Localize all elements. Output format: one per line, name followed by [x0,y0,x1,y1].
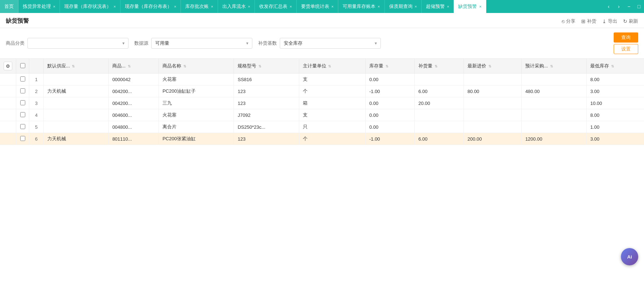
datasource-chevron-icon: ▾ [246,41,248,46]
tab-close-expiry[interactable]: × [415,4,417,9]
col-checkbox-header[interactable] [16,59,29,74]
row-checkbox-cell[interactable] [16,74,29,85]
supplier-sort-icon: ⇅ [72,64,75,68]
row-unit-4: 支 [299,109,365,121]
tab-available[interactable]: 可用量库存账本 × [338,0,384,13]
settings-button[interactable]: 设置 [614,44,638,54]
refresh-button[interactable]: ↻ 刷新 [623,18,638,25]
tab-maximize[interactable]: □ [634,0,644,13]
col-spec-header[interactable]: 规格型号 ⇅ [234,59,299,74]
row-checkbox-5[interactable] [20,124,25,129]
tab-picking[interactable]: 拣货异常处理 × [18,0,60,13]
row-est-purchase-2: 480.00 [522,85,587,97]
data-table: ⚙ 默认供应... ⇅ 商品... ⇅ 商品名称 [0,59,644,145]
tab-batch[interactable]: 库存批次账 × [181,0,218,13]
tab-close-flow[interactable]: × [248,4,250,9]
replenish-base-select-value: 安全库存 [284,40,303,47]
col-replenish-header[interactable]: 补货量 ⇅ [415,59,464,74]
row-checkbox-6[interactable] [20,136,25,141]
col-min-stock-header[interactable]: 最低库存 ⇅ [587,59,644,74]
col-settings-header[interactable]: ⚙ [0,59,16,74]
tab-close-picking[interactable]: × [53,4,55,9]
tab-expiry[interactable]: 保质期查询 × [385,0,422,13]
row-replenish-6: 6.00 [415,133,464,145]
row-settings-cell [0,74,16,85]
row-product-code-2: 004200... [109,85,159,97]
tab-nav-controls: ‹ › − □ [604,0,644,13]
tab-stock-dist[interactable]: 现存量（库存分布表） × [121,0,181,13]
product-code-sort-icon: ⇅ [128,64,131,68]
product-name-sort-icon: ⇅ [183,64,186,68]
row-checkbox-4[interactable] [20,112,25,117]
row-spec-2: 123 [234,85,299,97]
row-settings-cell [0,85,16,97]
tab-close-available[interactable]: × [378,4,380,9]
tab-close-overstock[interactable]: × [447,4,449,9]
replenish-icon: ⊞ [581,18,586,24]
row-min-stock-2: 3.00 [587,85,644,97]
col-est-purchase-header[interactable]: 预计采购... ⇅ [522,59,587,74]
col-stock-header[interactable]: 库存量 ⇅ [365,59,414,74]
category-label: 商品分类 [6,40,25,47]
row-checkbox-2[interactable] [20,88,25,93]
row-est-purchase-1 [522,74,587,85]
row-checkbox-cell[interactable] [16,97,29,109]
replenish-button[interactable]: ⊞ 补货 [581,18,596,25]
tab-close-stock-status[interactable]: × [113,4,116,9]
ai-badge[interactable]: Ai [621,248,638,265]
col-unit-header[interactable]: 主计量单位 ⇅ [299,59,365,74]
column-settings-icon[interactable]: ⚙ [4,62,12,70]
export-button[interactable]: ⤓ 导出 [602,18,617,25]
row-min-stock-6: 3.00 [587,133,644,145]
tab-close-order-stats[interactable]: × [331,4,334,9]
row-checkbox-3[interactable] [20,100,25,105]
row-latest-price-1 [464,74,522,85]
tab-order-stats[interactable]: 要货单统计表 × [297,0,338,13]
tab-overstock[interactable]: 超储预警 × [422,0,454,13]
tab-minimize[interactable]: − [624,0,634,13]
tab-summary[interactable]: 收发存汇总表 × [255,0,296,13]
tab-close-batch[interactable]: × [211,4,213,9]
tab-stock-status[interactable]: 现存量（库存状况表） × [60,0,120,13]
tab-nav-prev[interactable]: ‹ [604,0,614,13]
header-actions: ⎋ 分享 ⊞ 补货 ⤓ 导出 ↻ 刷新 [562,18,638,25]
col-product-code-header[interactable]: 商品... ⇅ [109,59,159,74]
tab-close-shortage[interactable]: × [479,4,481,9]
share-button[interactable]: ⎋ 分享 [562,18,575,25]
share-icon: ⎋ [562,18,565,24]
query-button[interactable]: 查询 [614,32,638,43]
replenish-base-select[interactable]: 安全库存 ▾ [280,38,381,49]
tab-close-summary[interactable]: × [290,4,292,9]
row-unit-3: 箱 [299,97,365,109]
row-checkbox-cell[interactable] [16,133,29,145]
col-product-name-header[interactable]: 商品名称 ⇅ [159,59,234,74]
row-unit-2: 个 [299,85,365,97]
table-row: 6 力天机械 801110... PC200张紧油缸 123 个 -1.00 6… [0,133,644,145]
replenish-base-label: 补货基数 [258,40,277,47]
col-latest-price-header[interactable]: 最新进价 ⇅ [464,59,522,74]
row-checkbox-cell[interactable] [16,109,29,121]
table-row: 2 力天机械 004200... PC200油缸缸子 123 个 -1.00 6… [0,85,644,97]
row-stock-1: 0.00 [365,74,414,85]
col-supplier-header[interactable]: 默认供应... ⇅ [44,59,109,74]
table-body: 1 0000042 火花塞 SS816 支 0.00 8.00 2 力天机械 0… [0,74,644,145]
row-checkbox-cell[interactable] [16,85,29,97]
row-replenish-4 [415,109,464,121]
tab-flow[interactable]: 出入库流水 × [218,0,255,13]
row-supplier-1 [44,74,109,85]
spec-sort-icon: ⇅ [258,64,261,68]
category-select[interactable]: ▾ [27,38,129,49]
tab-home[interactable]: 首页 [0,0,18,13]
tab-shortage[interactable]: 缺货预警 × [454,0,486,13]
select-all-checkbox[interactable] [20,63,25,68]
min-stock-sort-icon: ⇅ [611,64,614,68]
row-checkbox-1[interactable] [20,76,25,81]
row-unit-5: 只 [299,121,365,133]
row-stock-3: 0.00 [365,97,414,109]
tab-nav-next[interactable]: › [614,0,624,13]
datasource-select[interactable]: 可用量 ▾ [151,38,252,49]
row-checkbox-cell[interactable] [16,121,29,133]
tab-close-stock-dist[interactable]: × [174,4,176,9]
row-est-purchase-4 [522,109,587,121]
category-chevron-icon: ▾ [122,41,125,46]
